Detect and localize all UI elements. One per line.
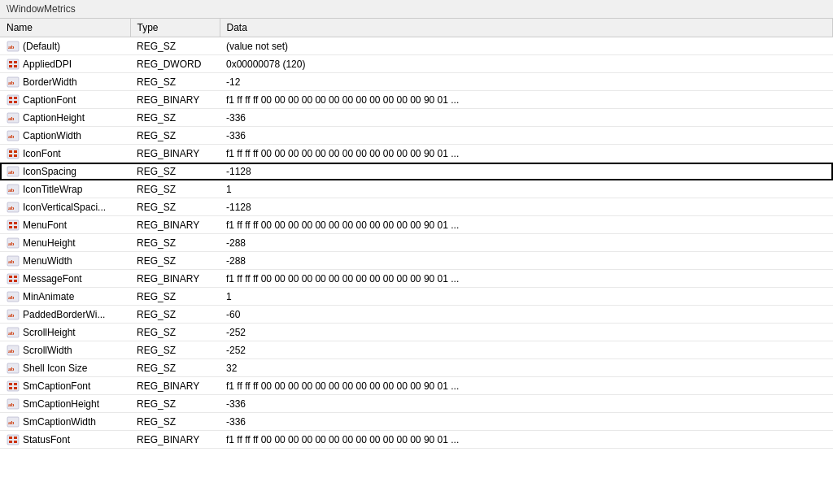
data-cell: f1 ff ff ff 00 00 00 00 00 00 00 00 00 0… [220,270,833,288]
column-header-name[interactable]: Name [0,19,130,37]
type-cell: REG_BINARY [130,145,220,163]
table-row[interactable]: ab BorderWidth REG_SZ -12 [0,73,833,91]
entry-name: (Default) [23,41,60,52]
svg-rect-9 [7,95,19,105]
entry-name: BorderWidth [23,76,77,88]
entry-name: ScrollHeight [23,327,76,338]
entry-name: CaptionHeight [23,112,85,124]
entry-name: AppliedDPI [23,59,72,70]
table-row[interactable]: ab IconVerticalSpaci... REG_SZ -1128 [0,198,833,216]
svg-rect-32 [9,226,12,228]
table-row[interactable]: ab MenuWidth REG_SZ -288 [0,252,833,270]
ab-icon: ab [7,308,20,321]
data-cell: -12 [220,73,833,91]
ab-icon: ab [7,290,20,303]
svg-rect-42 [14,280,17,282]
name-cell: CaptionFont [0,91,130,109]
svg-text:ab: ab [8,312,15,319]
column-header-data[interactable]: Data [220,19,833,37]
grid-icon [7,433,20,446]
table-row[interactable]: ab CaptionHeight REG_SZ -336 [0,109,833,127]
type-cell: REG_BINARY [130,270,220,288]
svg-text:ab: ab [8,133,15,140]
ab-icon: ab [7,415,20,428]
table-row[interactable]: ab Shell Icon Size REG_SZ 32 [0,359,833,377]
registry-table[interactable]: Name Type Data ab (Default) REG_SZ (valu… [0,19,833,504]
svg-text:ab: ab [8,348,15,354]
svg-text:ab: ab [8,259,15,265]
table-row[interactable]: ab SmCaptionHeight REG_SZ -336 [0,395,833,413]
data-cell: f1 ff ff ff 00 00 00 00 00 00 00 00 00 0… [220,216,833,234]
svg-text:ab: ab [8,294,15,301]
name-cell: ab SmCaptionWidth [0,413,130,431]
svg-text:ab: ab [8,402,15,408]
type-cell: REG_BINARY [130,431,220,449]
svg-rect-29 [7,220,19,230]
table-row[interactable]: IconFont REG_BINARY f1 ff ff ff 00 00 00… [0,145,833,163]
table-row[interactable]: ab CaptionWidth REG_SZ -336 [0,127,833,145]
entry-name: IconVerticalSpaci... [23,202,106,213]
type-cell: REG_SZ [130,359,220,377]
type-cell: REG_SZ [130,395,220,413]
svg-rect-13 [14,101,17,103]
ab-icon: ab [7,165,20,178]
entry-name: IconTitleWrap [23,184,82,195]
column-header-type[interactable]: Type [130,19,220,37]
ab-icon: ab [7,237,20,250]
entry-name: PaddedBorderWi... [23,309,105,320]
table-row[interactable]: ab (Default) REG_SZ (value not set) [0,37,833,55]
type-cell: REG_BINARY [130,216,220,234]
entry-name: IconFont [23,148,61,159]
svg-rect-10 [9,97,12,99]
svg-rect-64 [14,437,17,439]
table-row[interactable]: ab IconSpacing REG_SZ -1128 [0,163,833,180]
table-row[interactable]: MenuFont REG_BINARY f1 ff ff ff 00 00 00… [0,216,833,234]
name-cell: ab MenuWidth [0,252,130,270]
type-cell: REG_SZ [130,37,220,55]
entry-name: MinAnimate [23,291,74,302]
table-row[interactable]: SmCaptionFont REG_BINARY f1 ff ff ff 00 … [0,377,833,395]
entry-name: MenuFont [23,219,67,231]
table-row[interactable]: MessageFont REG_BINARY f1 ff ff ff 00 00… [0,270,833,288]
entry-name: ScrollWidth [23,345,72,356]
ab-icon: ab [7,111,20,124]
data-cell: f1 ff ff ff 00 00 00 00 00 00 00 00 00 0… [220,91,833,109]
data-cell: -336 [220,395,833,413]
svg-rect-53 [7,381,19,391]
grid-icon [7,380,20,393]
table-row[interactable]: ab MinAnimate REG_SZ 1 [0,288,833,306]
svg-rect-18 [7,149,19,159]
name-cell: ab SmCaptionHeight [0,395,130,413]
svg-text:ab: ab [8,419,15,426]
svg-rect-40 [14,276,17,278]
grid-icon [7,219,20,232]
table-row[interactable]: ab IconTitleWrap REG_SZ 1 [0,180,833,198]
table-row[interactable]: AppliedDPI REG_DWORD 0x00000078 (120) [0,55,833,73]
table-row[interactable]: CaptionFont REG_BINARY f1 ff ff ff 00 00… [0,91,833,109]
type-cell: REG_SZ [130,252,220,270]
table-header-row: Name Type Data [0,19,833,37]
name-cell: ab MenuHeight [0,234,130,252]
data-cell: f1 ff ff ff 00 00 00 00 00 00 00 00 00 0… [220,377,833,395]
data-cell: -252 [220,341,833,359]
data-cell: 1 [220,180,833,198]
table-row[interactable]: ab ScrollWidth REG_SZ -252 [0,341,833,359]
svg-text:ab: ab [8,241,15,247]
grid-icon [7,93,20,106]
table-row[interactable]: ab PaddedBorderWi... REG_SZ -60 [0,306,833,324]
table-row[interactable]: ab SmCaptionWidth REG_SZ -336 [0,413,833,431]
table-row[interactable]: ab ScrollHeight REG_SZ -252 [0,324,833,341]
svg-rect-33 [14,226,17,228]
svg-rect-56 [9,387,12,389]
ab-icon: ab [7,183,20,196]
data-cell: -1128 [220,163,833,180]
type-cell: REG_SZ [130,324,220,341]
svg-rect-39 [9,276,12,278]
type-cell: REG_SZ [130,73,220,91]
ab-icon: ab [7,362,20,375]
table-row[interactable]: ab MenuHeight REG_SZ -288 [0,234,833,252]
table-row[interactable]: StatusFont REG_BINARY f1 ff ff ff 00 00 … [0,431,833,449]
type-cell: REG_SZ [130,109,220,127]
name-cell: ab PaddedBorderWi... [0,306,130,324]
ab-icon: ab [7,254,20,267]
